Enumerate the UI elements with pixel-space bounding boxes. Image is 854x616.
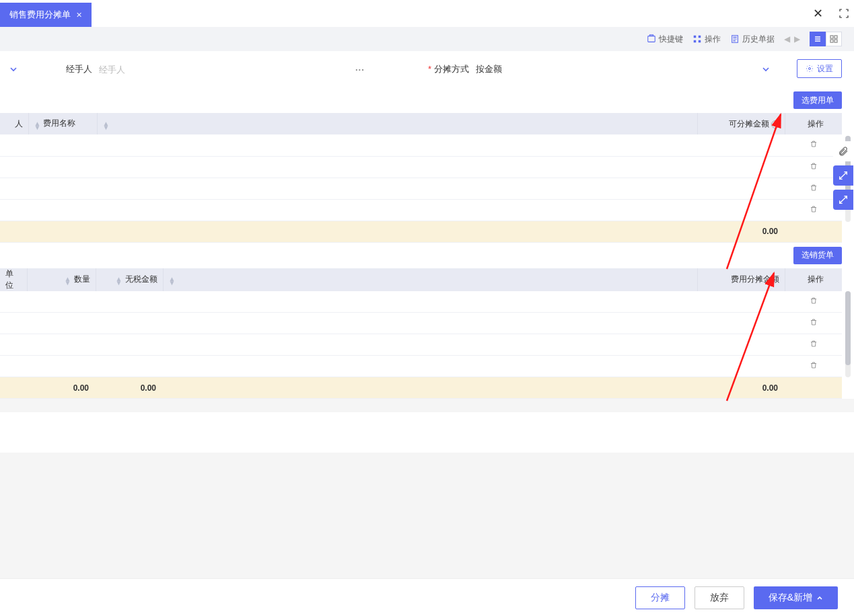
handler-input[interactable] [99, 65, 274, 75]
trash-icon[interactable] [810, 340, 818, 350]
table1-col-blank[interactable] [97, 113, 697, 134]
toolbar-ops-label: 操作 [705, 34, 721, 45]
sort-icon[interactable] [116, 277, 122, 285]
form-row: 经手人 ··· *分摊方式 按金额 设置 [0, 51, 854, 87]
settings-label: 设置 [817, 63, 833, 75]
fullscreen-icon[interactable] [838, 6, 850, 21]
trash-icon[interactable] [810, 141, 818, 150]
table1-wrap: 人 费用名称 可分摊金额? 操作 0.00 [0, 113, 854, 243]
handler-label: 经手人 [66, 63, 92, 75]
settings-button[interactable]: 设置 [797, 59, 842, 78]
panel-close-icon[interactable]: ✕ [808, 3, 828, 24]
table1-col-op-label: 操作 [808, 119, 824, 128]
table-row[interactable] [0, 134, 842, 156]
table2-col-notax[interactable]: 无税金额 [96, 268, 163, 291]
table2-total-alloc: 0.00 [697, 377, 785, 399]
table-row[interactable] [0, 334, 842, 356]
table1-col-alloc-label: 可分摊金额 [729, 119, 769, 128]
sort-icon[interactable] [103, 122, 110, 130]
close-icon[interactable]: ✕ [76, 11, 82, 20]
svg-rect-0 [648, 36, 655, 42]
view-grid-button[interactable] [826, 32, 842, 46]
save-new-button[interactable]: 保存&新增 [754, 586, 838, 609]
sort-icon[interactable] [34, 122, 41, 130]
svg-point-10 [809, 68, 811, 70]
toolbar-ops[interactable]: 操作 [692, 34, 721, 45]
info-icon[interactable]: ? [771, 120, 779, 128]
expand-in-icon[interactable] [833, 190, 853, 210]
table2-col-qty-label: 数量 [74, 274, 90, 285]
table2-wrap: 单位 数量 无税金额 费用分摊金额 操作 0.00 0.00 0.00 [0, 268, 854, 399]
table-row[interactable] [0, 178, 842, 199]
table2-col-blank[interactable] [163, 268, 697, 291]
svg-rect-6 [830, 36, 833, 38]
toolbar-shortcut-label: 快捷键 [659, 34, 683, 45]
trash-icon[interactable] [810, 184, 818, 194]
view-list-button[interactable] [810, 32, 826, 46]
method-label-text: 分摊方式 [434, 64, 469, 74]
table-row[interactable] [0, 356, 842, 377]
trash-icon[interactable] [810, 163, 818, 172]
attachment-icon[interactable] [833, 141, 853, 161]
table1-col-client[interactable]: 人 [0, 113, 28, 134]
select-expense-button[interactable]: 选费用单 [793, 91, 842, 109]
toolbar-shortcut[interactable]: 快捷键 [647, 34, 683, 45]
chevron-up-icon [816, 594, 823, 601]
method-label: *分摊方式 [428, 63, 469, 75]
table-row[interactable] [0, 199, 842, 221]
table1-total-allocatable: 0.00 [697, 221, 785, 242]
table1: 人 费用名称 可分摊金额? 操作 0.00 [0, 113, 842, 243]
table2-scrollbar[interactable] [845, 291, 851, 377]
method-chevron-icon[interactable] [756, 60, 775, 79]
table2: 单位 数量 无税金额 费用分摊金额 操作 0.00 0.00 0.00 [0, 268, 842, 399]
sort-icon[interactable] [169, 277, 176, 285]
section2-buttons: 选销货单 [0, 243, 854, 268]
table1-col-op: 操作 [785, 113, 842, 134]
svg-rect-2 [699, 36, 701, 38]
tab-bar: 销售费用分摊单 ✕ ✕ [0, 0, 854, 27]
toolbar-history-label: 历史单据 [742, 34, 775, 45]
svg-rect-9 [834, 40, 837, 42]
method-value[interactable]: 按金额 [476, 63, 691, 75]
table2-col-qty[interactable]: 数量 [27, 268, 96, 291]
table2-total-row: 0.00 0.00 0.00 [0, 377, 842, 399]
svg-rect-4 [699, 40, 701, 43]
scroll-thumb[interactable] [845, 291, 851, 365]
table-row[interactable] [0, 291, 842, 313]
handler-lookup-icon[interactable]: ··· [355, 65, 365, 75]
trash-icon[interactable] [810, 206, 818, 215]
table2-total-qty: 0.00 [27, 377, 96, 399]
table2-col-unit[interactable]: 单位 [0, 268, 27, 291]
nav-arrows: ◀ ▶ [784, 34, 800, 44]
tab-title: 销售费用分摊单 [9, 9, 71, 21]
table2-col-alloc[interactable]: 费用分摊金额 [697, 268, 785, 291]
chevron-down-icon[interactable] [4, 60, 23, 79]
table-row[interactable] [0, 156, 842, 178]
table-row[interactable] [0, 313, 842, 334]
discard-button[interactable]: 放弃 [695, 586, 744, 609]
sort-icon[interactable] [65, 277, 71, 285]
toolbar: 快捷键 操作 历史单据 ◀ ▶ [0, 27, 854, 51]
table2-col-notax-label: 无税金额 [125, 274, 157, 285]
tab-active[interactable]: 销售费用分摊单 ✕ [0, 3, 92, 27]
trash-icon[interactable] [810, 297, 818, 307]
section1-buttons: 选费用单 [0, 87, 854, 113]
nav-prev-icon[interactable]: ◀ [784, 34, 790, 44]
table1-col-name[interactable]: 费用名称 [28, 113, 97, 134]
table1-col-allocatable[interactable]: 可分摊金额? [697, 113, 785, 134]
select-sales-button[interactable]: 选销货单 [793, 247, 842, 264]
table1-col-name-label: 费用名称 [43, 118, 75, 128]
table2-col-op: 操作 [785, 268, 842, 291]
table1-total-row: 0.00 [0, 221, 842, 242]
table1-col-client-label: 人 [15, 119, 23, 128]
save-new-label: 保存&新增 [769, 592, 812, 604]
svg-rect-3 [694, 40, 697, 43]
trash-icon[interactable] [810, 319, 818, 328]
nav-next-icon[interactable]: ▶ [794, 34, 800, 44]
expand-out-icon[interactable] [833, 165, 853, 186]
right-float-tools [832, 141, 854, 210]
toolbar-history[interactable]: 历史单据 [730, 34, 775, 45]
trash-icon[interactable] [810, 362, 818, 371]
svg-rect-1 [694, 36, 697, 38]
allocate-button[interactable]: 分摊 [635, 586, 685, 609]
